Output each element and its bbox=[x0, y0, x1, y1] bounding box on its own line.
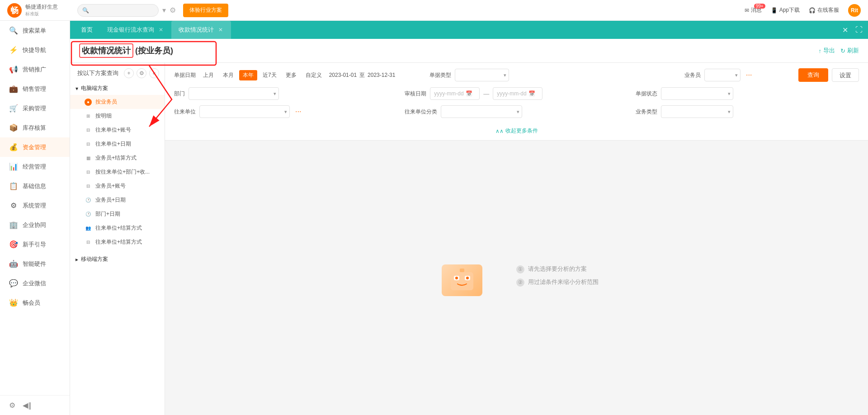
filter-area: 单据日期 上月 本月 本年 近7天 更多 自定义 bbox=[165, 63, 868, 141]
tab-bank-flow[interactable]: 现金银行流水查询 ✕ bbox=[100, 21, 171, 39]
sidebar-item-finance[interactable]: 💰 资金管理 bbox=[0, 137, 70, 157]
bottom-collapse-icon[interactable]: ◀‖ bbox=[23, 401, 32, 410]
export-button[interactable]: ↑ 导出 bbox=[819, 47, 835, 55]
filter-collapse-btn[interactable]: ∧∧ 收起更多条件 bbox=[174, 123, 859, 135]
page-title-highlight: 收款情况统计 bbox=[79, 43, 133, 58]
sidebar-item-guide[interactable]: 🎯 新手引导 bbox=[0, 235, 70, 254]
sidebar-label-weixin: 企业微信 bbox=[23, 279, 46, 288]
messages-badge: 99+ bbox=[754, 4, 765, 9]
filter-tab-7days[interactable]: 近7天 bbox=[259, 70, 280, 80]
search-box[interactable]: 🔍 bbox=[77, 4, 159, 17]
scheme-item-partner-date[interactable]: ⊟ 往来单位+日期 bbox=[70, 137, 165, 151]
sidebar-item-purchase[interactable]: 🛒 采购管理 bbox=[0, 99, 70, 118]
scheme-label-partner-dept: 按往来单位+部门+收... bbox=[95, 168, 150, 176]
sidebar-item-quick-nav[interactable]: ⚡ 快捷导航 bbox=[0, 40, 70, 60]
scheme-item-by-salesperson[interactable]: ● 按业务员 bbox=[70, 95, 165, 109]
app-download-action[interactable]: 📱 App下载 bbox=[771, 6, 800, 14]
partner-more-btn[interactable]: ··· bbox=[293, 108, 303, 116]
scheme-button[interactable]: 体验行业方案 bbox=[183, 4, 228, 17]
salesperson-more-btn[interactable]: ··· bbox=[744, 71, 754, 79]
sidebar-item-enterprise[interactable]: 🏢 企业协同 bbox=[0, 215, 70, 235]
filter-doctype-item: 单据类型 bbox=[429, 69, 678, 81]
scheme-item-partner-account[interactable]: ⊟ 往来单位+账号 bbox=[70, 123, 165, 137]
filter-business-type-select[interactable] bbox=[661, 105, 733, 118]
query-button[interactable]: 查询 bbox=[798, 68, 828, 82]
calendar-to-icon[interactable]: 📅 bbox=[528, 90, 535, 97]
scheme-group-desktop: ▾ 电脑端方案 ● 按业务员 ⊞ 按明细 ⊟ bbox=[70, 82, 165, 253]
refresh-label: 刷新 bbox=[847, 47, 859, 55]
tab-maximize-icon[interactable]: ⛶ bbox=[854, 24, 864, 36]
filter-tab-last-month[interactable]: 上月 bbox=[199, 70, 217, 80]
sidebar-item-basic-info[interactable]: 📋 基础信息 bbox=[0, 176, 70, 196]
export-icon: ↑ bbox=[819, 47, 822, 54]
filter-doctype-select[interactable] bbox=[455, 69, 509, 81]
refresh-icon: ↻ bbox=[840, 47, 845, 54]
online-service-action[interactable]: 🎧 在线客服 bbox=[809, 6, 839, 14]
scheme-settings-button[interactable]: ⚙ bbox=[137, 68, 146, 78]
sidebar-item-operations[interactable]: 📊 经营管理 bbox=[0, 157, 70, 176]
sidebar-label-finance: 资金管理 bbox=[23, 143, 46, 151]
tab-close-all-icon[interactable]: ✕ bbox=[840, 24, 850, 36]
sidebar-item-sales[interactable]: 💼 销售管理 bbox=[0, 79, 70, 99]
dropdown-arrow-icon[interactable]: ▾ bbox=[162, 6, 166, 14]
scheme-item-dept-date[interactable]: 🕐 部门+日期 bbox=[70, 207, 165, 221]
scheme-item-salesperson-date[interactable]: 🕐 业务员+日期 bbox=[70, 193, 165, 207]
settings-icon[interactable]: ⚙ bbox=[170, 6, 176, 14]
filter-review-date-to[interactable]: yyyy-mm-dd 📅 bbox=[493, 87, 542, 100]
filter-doctype-label: 单据类型 bbox=[429, 71, 451, 79]
filter-tab-more[interactable]: 更多 bbox=[282, 70, 300, 80]
scheme-item-by-detail[interactable]: ⊞ 按明细 bbox=[70, 109, 165, 123]
filter-tab-this-year[interactable]: 本年 bbox=[239, 70, 257, 80]
sidebar-item-weixin[interactable]: 💬 企业微信 bbox=[0, 274, 70, 293]
scheme-item-partner-payment2[interactable]: ⊟ 往来单位+结算方式 bbox=[70, 235, 165, 249]
user-avatar[interactable]: Rit bbox=[848, 4, 861, 17]
svg-point-4 bbox=[466, 277, 469, 279]
filter-tab-this-month[interactable]: 本月 bbox=[219, 70, 237, 80]
sidebar-item-marketing[interactable]: 📢 营销推广 bbox=[0, 60, 70, 79]
scheme-group-mobile-title[interactable]: ▸ 移动端方案 bbox=[70, 253, 165, 266]
review-date-separator: — bbox=[483, 90, 489, 97]
filter-dept-select[interactable] bbox=[189, 87, 279, 100]
filter-date-tabs: 上月 本月 本年 近7天 更多 自定义 bbox=[199, 70, 326, 80]
sidebar-item-system[interactable]: ⚙ 系统管理 bbox=[0, 196, 70, 215]
sidebar-item-smart-hw[interactable]: 🤖 智能硬件 bbox=[0, 254, 70, 274]
filter-docstatus-select[interactable] bbox=[661, 87, 733, 100]
scheme-item-partner-dept[interactable]: ⊟ 按往来单位+部门+收... bbox=[70, 165, 165, 179]
calendar-from-icon[interactable]: 📅 bbox=[466, 90, 472, 97]
sidebar-item-inventory[interactable]: 📦 库存核算 bbox=[0, 118, 70, 137]
scheme-item-salesperson-account[interactable]: ⊟ 业务员+账号 bbox=[70, 179, 165, 193]
filter-review-date-from[interactable]: yyyy-mm-dd 📅 bbox=[430, 87, 480, 100]
add-scheme-button[interactable]: + bbox=[124, 68, 134, 78]
filter-partner-category-select[interactable] bbox=[441, 105, 522, 118]
sidebar-item-search-menu[interactable]: 🔍 搜索菜单 bbox=[0, 21, 70, 40]
scheme-icon-salesperson-date: 🕐 bbox=[85, 197, 92, 204]
scheme-group-desktop-title[interactable]: ▾ 电脑端方案 bbox=[70, 82, 165, 95]
collapse-panel-button[interactable]: « bbox=[149, 68, 159, 78]
scheme-item-partner-payment1[interactable]: 👥 往来单位+结算方式 bbox=[70, 221, 165, 235]
messages-action[interactable]: ✉ 消息 99+ bbox=[745, 6, 762, 14]
sidebar-item-member[interactable]: 👑 畅会员 bbox=[0, 293, 70, 312]
refresh-button[interactable]: ↻ 刷新 bbox=[840, 47, 859, 55]
tab-receipt-stats-close[interactable]: ✕ bbox=[217, 27, 224, 33]
empty-illustration bbox=[435, 251, 489, 296]
sidebar-label-smart-hw: 智能硬件 bbox=[23, 260, 46, 268]
tab-receipt-stats[interactable]: 收款情况统计 ✕ bbox=[171, 21, 231, 39]
operations-icon: 📊 bbox=[9, 162, 18, 171]
phone-icon: 📱 bbox=[771, 7, 778, 14]
sidebar-label-basic-info: 基础信息 bbox=[23, 182, 46, 190]
setting-button[interactable]: 设置 bbox=[832, 68, 859, 82]
tab-home[interactable]: 首页 bbox=[74, 26, 100, 34]
bottom-settings-icon[interactable]: ⚙ bbox=[9, 401, 15, 410]
page-actions: ↑ 导出 ↻ 刷新 bbox=[819, 47, 859, 55]
tab-bank-flow-close[interactable]: ✕ bbox=[158, 27, 164, 33]
filter-tab-custom[interactable]: 自定义 bbox=[302, 70, 326, 80]
scheme-label-dept-date: 部门+日期 bbox=[95, 210, 120, 218]
scheme-icon-salesperson-payment: ▦ bbox=[85, 155, 92, 162]
date-separator: 至 bbox=[359, 71, 365, 79]
filter-salesperson-select[interactable] bbox=[704, 69, 741, 81]
scheme-item-salesperson-payment[interactable]: ▦ 业务员+结算方式 bbox=[70, 151, 165, 165]
search-menu-icon: 🔍 bbox=[9, 26, 18, 35]
panel-header: 按以下方案查询 + ⚙ « bbox=[70, 63, 165, 82]
sales-icon: 💼 bbox=[9, 85, 18, 93]
filter-partner-select[interactable] bbox=[199, 105, 290, 118]
